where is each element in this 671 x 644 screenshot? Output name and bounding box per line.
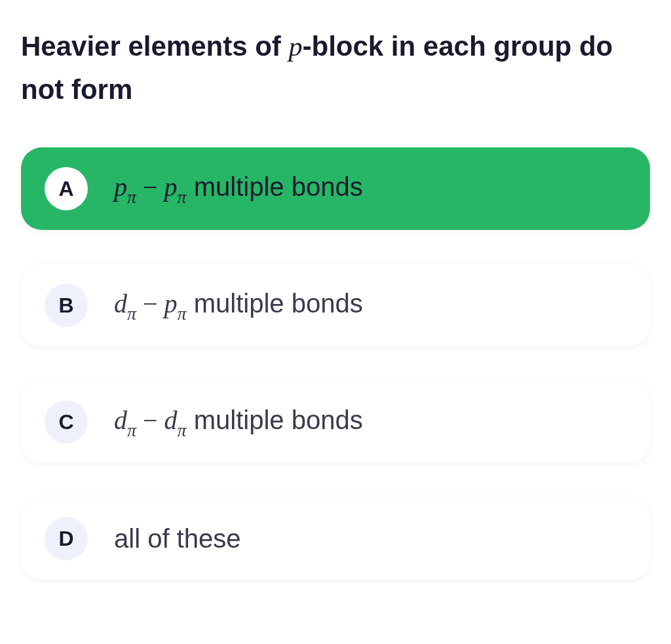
minus-icon: − [143, 406, 158, 435]
option-b-base2: p [164, 289, 178, 318]
option-a-sub2: π [178, 187, 187, 207]
option-a-badge: A [45, 167, 88, 210]
option-c-letter: C [58, 410, 73, 434]
option-b-base1: d [114, 289, 127, 318]
option-a-text: pπ−pπ multiple bonds [114, 172, 363, 206]
option-b-sub1: π [127, 303, 136, 324]
option-c-sub1: π [127, 420, 136, 440]
option-b-suffix: multiple bonds [187, 289, 363, 318]
question-mathvar: p [289, 31, 303, 62]
option-b-badge: B [45, 284, 88, 327]
option-d-letter: D [58, 527, 73, 551]
option-a-suffix: multiple bonds [187, 172, 363, 201]
option-b[interactable]: B dπ−pπ multiple bonds [21, 264, 650, 347]
options-container: A pπ−pπ multiple bonds B dπ−pπ multiple … [21, 147, 650, 580]
question-text: Heavier elements of p-block in each grou… [21, 25, 650, 111]
option-c[interactable]: C dπ−dπ multiple bonds [21, 381, 650, 463]
option-d-badge: D [45, 517, 88, 560]
option-d[interactable]: D all of these [21, 497, 650, 580]
option-d-text: all of these [114, 524, 240, 554]
option-c-base1: d [114, 406, 127, 435]
question-prefix: Heavier elements of [21, 31, 289, 62]
option-a-base2: p [164, 172, 178, 202]
option-c-sub2: π [178, 420, 187, 440]
option-c-base2: d [164, 406, 178, 435]
option-a-sub1: π [127, 187, 136, 207]
option-c-badge: C [45, 400, 88, 444]
minus-icon: − [143, 289, 158, 318]
option-c-suffix: multiple bonds [187, 406, 363, 434]
minus-icon: − [143, 172, 158, 202]
option-c-text: dπ−dπ multiple bonds [114, 405, 363, 440]
option-a-letter: A [58, 177, 73, 201]
option-b-letter: B [58, 294, 73, 318]
option-b-text: dπ−pπ multiple bonds [114, 288, 363, 323]
option-a[interactable]: A pπ−pπ multiple bonds [21, 147, 650, 230]
option-b-sub2: π [178, 303, 187, 324]
option-a-base1: p [114, 172, 127, 202]
